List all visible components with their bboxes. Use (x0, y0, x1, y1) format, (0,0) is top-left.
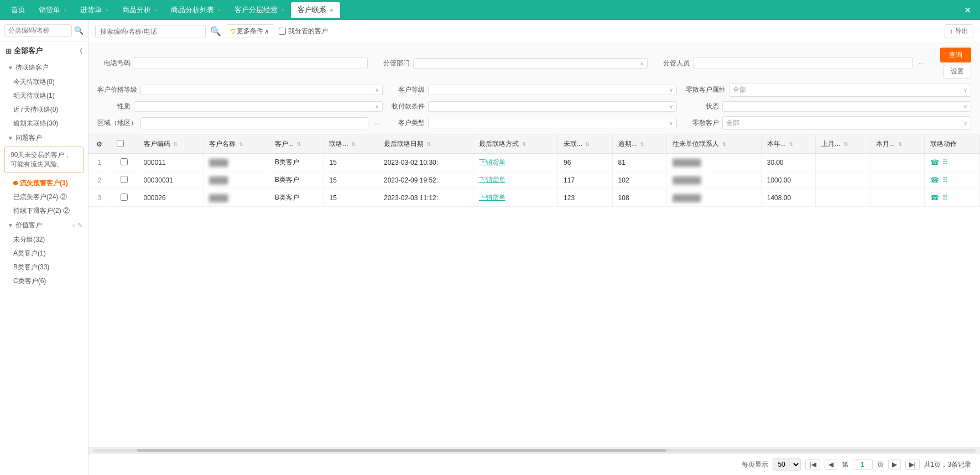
filter-customer-type-select[interactable]: ∨ (428, 118, 677, 128)
tab-customer-contact-close[interactable]: × (330, 7, 333, 13)
tab-customer-contact[interactable]: 客户联系 × (291, 2, 340, 18)
cell-checkbox[interactable] (111, 189, 138, 207)
sidebar-item-b-class[interactable]: B类客户(33) (0, 260, 88, 274)
query-button[interactable]: 查询 (940, 48, 971, 62)
tab-sales-close[interactable]: × (64, 7, 67, 13)
page-input[interactable] (853, 459, 873, 470)
sidebar-item-churned[interactable]: 已流失客户(24) ② (0, 190, 88, 204)
my-customers-checkbox[interactable]: 我分管的客户 (279, 27, 328, 36)
next-page-button[interactable]: ▶ (888, 459, 901, 470)
tab-customer-seg-close[interactable]: × (281, 7, 284, 13)
sidebar-group-problem[interactable]: ▼ 问题客户 (0, 131, 88, 145)
filter-customer-level-select[interactable]: ∨ (428, 85, 677, 95)
value-group-icons[interactable]: ○ ✎ (72, 222, 82, 229)
tab-purchase[interactable]: 进货单 × (74, 2, 115, 18)
sidebar-item-overdue-contact[interactable]: 逾期未联络(30) (0, 117, 88, 131)
col-checkbox[interactable] (111, 135, 138, 154)
filter-dept-select[interactable]: ∨ (413, 58, 647, 69)
per-page-select[interactable]: 50 100 200 (773, 458, 801, 471)
col-contact[interactable]: 联络... ⇅ (324, 135, 378, 154)
filter-payment-select[interactable]: ∨ (428, 101, 677, 112)
cell-contact-person: ██████ (667, 189, 762, 207)
cell-no-contact: 96 (558, 154, 613, 171)
col-code[interactable]: 客户编码 ⇅ (138, 135, 204, 154)
filter-status-select[interactable]: ∨ (722, 101, 971, 112)
filter-scatter-attr-select[interactable]: 全部 ∨ (729, 83, 971, 97)
filter-price-level-select[interactable]: ∨ (140, 85, 383, 95)
sidebar-item-7days-contact[interactable]: 近7天待联络(0) (0, 103, 88, 117)
col-this-year[interactable]: 本年... ⇅ (761, 135, 816, 154)
filter-scatter-customer-select[interactable]: 全部 ∨ (722, 116, 971, 130)
sidebar-search-input[interactable] (4, 24, 72, 36)
filter-region-input[interactable] (140, 117, 368, 129)
scrollbar-thumb[interactable] (137, 449, 667, 452)
filter-person-input[interactable] (693, 57, 913, 69)
row-checkbox[interactable] (121, 194, 128, 201)
sidebar-search-icon[interactable]: 🔍 (74, 26, 84, 35)
last-method-link[interactable]: 下销货单 (479, 158, 505, 166)
col-last-month[interactable]: 上月... ⇅ (816, 135, 870, 154)
last-method-link[interactable]: 下销货单 (479, 194, 505, 201)
horizontal-scrollbar[interactable] (88, 447, 980, 453)
search-button[interactable]: 🔍 (210, 26, 221, 36)
sidebar-item-ungrouped[interactable]: 未分组(32) (0, 233, 88, 247)
tab-home[interactable]: 首页 (4, 2, 32, 18)
window-close-icon[interactable]: ✕ (960, 3, 976, 18)
prev-page-button[interactable]: ◀ (825, 459, 837, 470)
col-name[interactable]: 客户名称 ⇅ (204, 135, 269, 154)
cell-checkbox[interactable] (111, 171, 138, 189)
sort-overdue-icon: ⇅ (640, 141, 644, 147)
col-last-method[interactable]: 最后联络方式 ⇅ (473, 135, 557, 154)
export-button[interactable]: ↑ 导出 (945, 24, 973, 38)
tab-goods-analysis[interactable]: 商品分析 × (116, 2, 164, 18)
cell-type: B类客户 (269, 171, 324, 189)
row-checkbox[interactable] (121, 158, 128, 165)
col-this-month[interactable]: 本月... ⇅ (870, 135, 925, 154)
tab-goods-list-close[interactable]: × (217, 7, 221, 13)
more-conditions-button[interactable]: ▽ 更多条件 ∧ (226, 24, 274, 38)
sidebar-all-customers[interactable]: ⊞ 全部客户 《 (0, 41, 88, 60)
scrollbar-track[interactable] (93, 449, 976, 452)
sidebar-group-pending[interactable]: ▼ 待联络客户 (0, 60, 88, 75)
cell-checkbox[interactable] (111, 154, 138, 171)
tab-purchase-close[interactable]: × (105, 7, 108, 13)
sidebar-item-today-contact[interactable]: 今天待联络(0) (0, 75, 88, 89)
col-last-date[interactable]: 最后联络日期 ⇅ (378, 135, 473, 154)
tab-customer-seg[interactable]: 客户分层经营 × (228, 2, 291, 18)
col-type[interactable]: 客户... ⇅ (269, 135, 324, 154)
filter-nature-select[interactable]: ∨ (134, 101, 383, 112)
more-action-icon[interactable]: ⠿ (942, 194, 948, 202)
collapse-icon[interactable]: 《 (76, 47, 82, 55)
sidebar-item-c-class[interactable]: C类客户(6) (0, 274, 88, 288)
row-checkbox[interactable] (121, 176, 128, 183)
more-action-icon[interactable]: ⠿ (942, 158, 948, 166)
last-method-link[interactable]: 下销货单 (479, 176, 505, 184)
search-input[interactable] (95, 25, 206, 38)
col-overdue[interactable]: 逾期... ⇅ (612, 135, 667, 154)
tab-sales[interactable]: 销货单 × (32, 2, 74, 18)
select-all-checkbox[interactable] (117, 140, 124, 147)
filter-phone-input[interactable] (134, 57, 368, 69)
first-page-button[interactable]: |◀ (805, 459, 820, 470)
tab-goods-analysis-close[interactable]: × (154, 7, 158, 13)
person-dots-button[interactable]: ··· (916, 59, 927, 67)
tab-goods-list[interactable]: 商品分析列表 × (164, 2, 227, 18)
contact-action-icon[interactable]: ☎ (930, 176, 939, 184)
col-contact-person[interactable]: 往来单位联系人 ⇅ (667, 135, 762, 154)
col-settings[interactable]: ⚙ (88, 135, 111, 154)
col-no-contact[interactable]: 未联... ⇅ (558, 135, 613, 154)
sidebar-group-value[interactable]: ▼ 价值客户 ○ ✎ (0, 218, 88, 233)
last-page-button[interactable]: ▶| (905, 459, 920, 470)
setting-button[interactable]: 设置 (943, 65, 971, 79)
region-dots-button[interactable]: ··· (372, 119, 383, 128)
more-action-icon[interactable]: ⠿ (942, 176, 948, 184)
cell-last-date: 2023-02-09 19:52: (378, 171, 473, 189)
sidebar-item-churn-warning[interactable]: 流失预警客户(3) (0, 176, 88, 190)
sidebar-item-tomorrow-contact[interactable]: 明天待联络(1) (0, 89, 88, 103)
contact-action-icon[interactable]: ☎ (930, 158, 939, 166)
contact-action-icon[interactable]: ☎ (930, 194, 939, 202)
sidebar-item-declining[interactable]: 持续下滑客户(2) ② (0, 204, 88, 218)
my-customers-check[interactable] (279, 28, 286, 35)
contact-person-blurred: ██████ (673, 159, 701, 166)
sidebar-item-a-class[interactable]: A类客户(1) (0, 247, 88, 260)
